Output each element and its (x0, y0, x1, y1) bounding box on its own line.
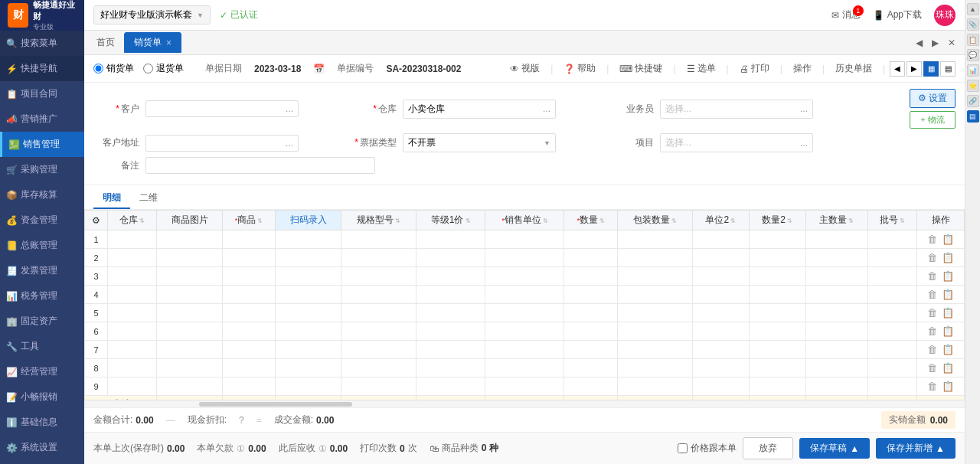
row-batch[interactable] (867, 377, 916, 396)
row-quantity[interactable] (564, 286, 617, 304)
row-warehouse[interactable] (108, 341, 157, 359)
row-scan-input[interactable] (276, 377, 341, 396)
tab-close-all-btn[interactable]: ✕ (945, 36, 959, 50)
view-btn-grid[interactable]: ▦ (923, 61, 939, 77)
th-unit2[interactable]: 单位2⇅ (692, 211, 749, 230)
salesperson-input[interactable]: 选择... ... (660, 100, 813, 119)
right-panel-btn-5[interactable]: 📊 (967, 64, 979, 77)
shortcut-btn[interactable]: ⌨ 快捷键 (613, 60, 668, 77)
save-new-btn[interactable]: 保存并新增 ▲ (876, 438, 956, 459)
row-qty2[interactable] (749, 341, 805, 359)
sidebar-item-tax[interactable]: 📊 税务管理 (0, 283, 84, 309)
row-pack-qty[interactable] (617, 359, 692, 377)
row-product-img[interactable] (157, 286, 222, 304)
row-sales-unit[interactable] (485, 267, 564, 286)
row-copy-icon[interactable]: 📋 (942, 344, 954, 355)
row-main-qty[interactable] (805, 249, 867, 267)
view-btn-prev[interactable]: ◀ (890, 61, 905, 77)
row-quantity[interactable] (564, 230, 617, 249)
row-price1[interactable] (416, 377, 485, 396)
row-scan-input[interactable] (276, 341, 341, 359)
row-unit2[interactable] (692, 322, 749, 341)
th-spec[interactable]: 规格型号⇅ (341, 211, 416, 230)
save-draft-btn[interactable]: 保存草稿 ▲ (799, 438, 870, 459)
row-quantity[interactable] (564, 304, 617, 322)
row-warehouse[interactable] (108, 286, 157, 304)
row-quantity[interactable] (564, 377, 617, 396)
row-copy-icon[interactable]: 📋 (942, 325, 954, 337)
right-panel-btn-7[interactable]: 🔗 (967, 95, 979, 107)
row-quantity[interactable] (564, 267, 617, 286)
tab-next-btn[interactable]: ▶ (929, 36, 942, 50)
row-qty2[interactable] (749, 359, 805, 377)
row-qty2[interactable] (749, 267, 805, 286)
row-copy-icon[interactable]: 📋 (942, 307, 954, 319)
th-product-img[interactable]: 商品图片 (157, 211, 222, 230)
row-spec[interactable] (341, 230, 416, 249)
row-price1[interactable] (416, 304, 485, 322)
row-product[interactable] (222, 377, 275, 396)
row-scan-input[interactable] (276, 359, 341, 377)
row-copy-icon[interactable]: 📋 (942, 252, 954, 263)
row-main-qty[interactable] (805, 359, 867, 377)
row-spec[interactable] (341, 267, 416, 286)
row-warehouse[interactable] (108, 230, 157, 249)
row-pack-qty[interactable] (617, 267, 692, 286)
row-unit2[interactable] (692, 359, 749, 377)
row-batch[interactable] (867, 267, 916, 286)
row-qty2[interactable] (749, 249, 805, 267)
project-input[interactable]: 选择... ... (660, 133, 813, 152)
row-product[interactable] (222, 359, 275, 377)
row-spec[interactable] (341, 322, 416, 341)
sidebar-item-inventory[interactable]: 📦 库存核算 (0, 182, 84, 207)
radio-sales-order[interactable]: 销货单 (93, 62, 134, 75)
radio-return-order[interactable]: 退货单 (143, 62, 184, 75)
view-btn-list[interactable]: ▤ (940, 61, 956, 77)
row-main-qty[interactable] (805, 377, 867, 396)
row-sales-unit[interactable] (485, 377, 564, 396)
print-btn[interactable]: 🖨 打印 (733, 60, 776, 77)
row-qty2[interactable] (749, 286, 805, 304)
row-sales-unit[interactable] (485, 322, 564, 341)
row-pack-qty[interactable] (617, 341, 692, 359)
select-btn[interactable]: ☰ 选单 (681, 60, 722, 77)
right-panel-btn-3[interactable]: 📋 (967, 34, 979, 46)
row-unit2[interactable] (692, 304, 749, 322)
company-selector[interactable]: 好业财专业版演示帐套 ▼ (93, 5, 211, 25)
operate-btn[interactable]: 操作 (787, 60, 818, 77)
view-btn[interactable]: 👁 视版 (504, 60, 546, 77)
row-product-img[interactable] (157, 249, 222, 267)
th-product[interactable]: *商品⇅ (222, 211, 275, 230)
row-product-img[interactable] (157, 304, 222, 322)
right-panel-btn-8[interactable]: ▤ (967, 110, 979, 123)
row-product[interactable] (222, 304, 275, 322)
row-sales-unit[interactable] (485, 286, 564, 304)
th-price1[interactable]: 等级1价⇅ (416, 211, 485, 230)
row-product[interactable] (222, 286, 275, 304)
row-product[interactable] (222, 341, 275, 359)
sidebar-item-settings[interactable]: ⚙️ 系统设置 (0, 435, 84, 460)
row-copy-icon[interactable]: 📋 (942, 234, 954, 245)
row-batch[interactable] (867, 304, 916, 322)
row-pack-qty[interactable] (617, 249, 692, 267)
setup-btn[interactable]: ⚙ 设置 (910, 89, 956, 108)
row-price1[interactable] (416, 322, 485, 341)
right-panel-btn-4[interactable]: 💬 (967, 49, 979, 61)
row-main-qty[interactable] (805, 341, 867, 359)
warehouse-input[interactable]: 小卖仓库 ... (403, 100, 556, 119)
row-product-img[interactable] (157, 322, 222, 341)
row-product-img[interactable] (157, 267, 222, 286)
row-copy-icon[interactable]: 📋 (942, 362, 954, 374)
sidebar-item-fixed-assets[interactable]: 🏢 固定资产 (0, 309, 84, 334)
row-warehouse[interactable] (108, 304, 157, 322)
scroll-thumb[interactable] (199, 402, 352, 407)
sidebar-item-marketing[interactable]: 📣 营销推广 (0, 106, 84, 132)
invoice-select[interactable]: 不开票 ▼ (403, 133, 556, 152)
row-scan-input[interactable] (276, 304, 341, 322)
sidebar-item-quick-nav[interactable]: ⚡ 快捷导航 (0, 56, 84, 81)
sidebar-item-purchase[interactable]: 🛒 采购管理 (0, 157, 84, 182)
row-main-qty[interactable] (805, 230, 867, 249)
user-avatar[interactable]: 珠珠 (934, 5, 956, 26)
row-main-qty[interactable] (805, 286, 867, 304)
tab-2d[interactable]: 二维 (130, 188, 167, 209)
